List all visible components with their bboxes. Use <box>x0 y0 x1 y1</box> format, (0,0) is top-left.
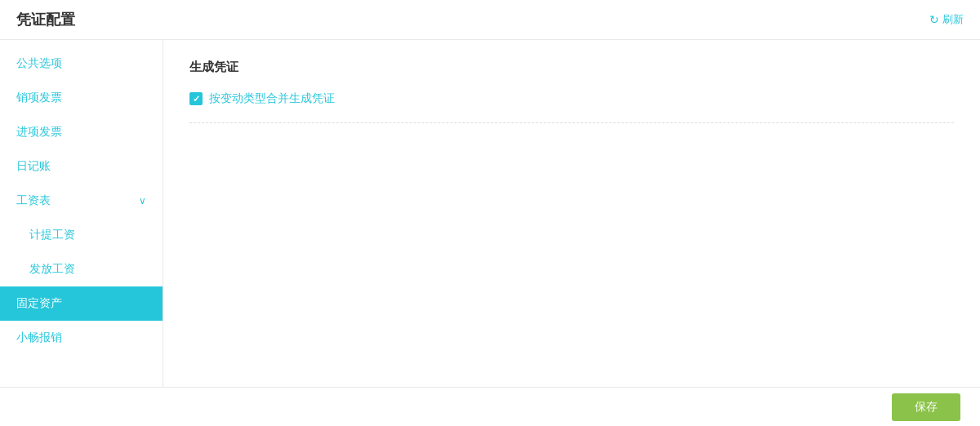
main-layout: 公共选项销项发票进项发票日记账工资表∨计提工资发放工资固定资产小畅报销 生成凭证… <box>0 40 980 387</box>
sidebar-item-sales-invoice[interactable]: 销项发票 <box>0 81 163 115</box>
content-area: 生成凭证 按变动类型合并生成凭证 <box>163 40 980 387</box>
checkbox-label: 按变动类型合并生成凭证 <box>209 91 335 106</box>
sidebar-item-accrual-payroll[interactable]: 计提工资 <box>0 218 163 252</box>
sidebar: 公共选项销项发票进项发票日记账工资表∨计提工资发放工资固定资产小畅报销 <box>0 40 163 387</box>
sidebar-item-fixed-assets[interactable]: 固定资产 <box>0 286 163 321</box>
sidebar-item-label: 发放工资 <box>29 262 75 277</box>
sidebar-item-label: 工资表 <box>16 193 51 208</box>
sidebar-item-label: 进项发票 <box>16 125 62 140</box>
checkbox-row: 按变动类型合并生成凭证 <box>189 91 954 106</box>
sidebar-item-payout-payroll[interactable]: 发放工资 <box>0 252 163 286</box>
sidebar-item-payroll-table[interactable]: 工资表∨ <box>0 184 163 218</box>
sidebar-item-label: 公共选项 <box>16 56 62 71</box>
save-button[interactable]: 保存 <box>892 393 960 421</box>
sidebar-item-label: 日记账 <box>16 159 51 174</box>
page-title: 凭证配置 <box>16 10 75 29</box>
sidebar-item-label: 计提工资 <box>29 228 75 242</box>
refresh-button[interactable]: ↻ 刷新 <box>929 12 964 27</box>
sidebar-item-label: 固定资产 <box>16 296 62 311</box>
section-divider <box>189 122 954 123</box>
sidebar-item-purchase-invoice[interactable]: 进项发票 <box>0 115 163 149</box>
page-header: 凭证配置 ↻ 刷新 <box>0 0 980 40</box>
sidebar-item-public-options[interactable]: 公共选项 <box>0 47 163 81</box>
sidebar-item-journal[interactable]: 日记账 <box>0 149 163 184</box>
sidebar-item-label: 小畅报销 <box>16 331 62 345</box>
sidebar-item-expense-reimbursement[interactable]: 小畅报销 <box>0 321 163 355</box>
chevron-down-icon: ∨ <box>139 195 146 206</box>
page-footer: 保存 <box>0 387 980 426</box>
section-title: 生成凭证 <box>189 60 954 75</box>
sidebar-item-label: 销项发票 <box>16 91 62 105</box>
refresh-icon: ↻ <box>929 13 939 26</box>
merge-checkbox[interactable] <box>189 92 203 105</box>
refresh-label: 刷新 <box>942 12 964 27</box>
